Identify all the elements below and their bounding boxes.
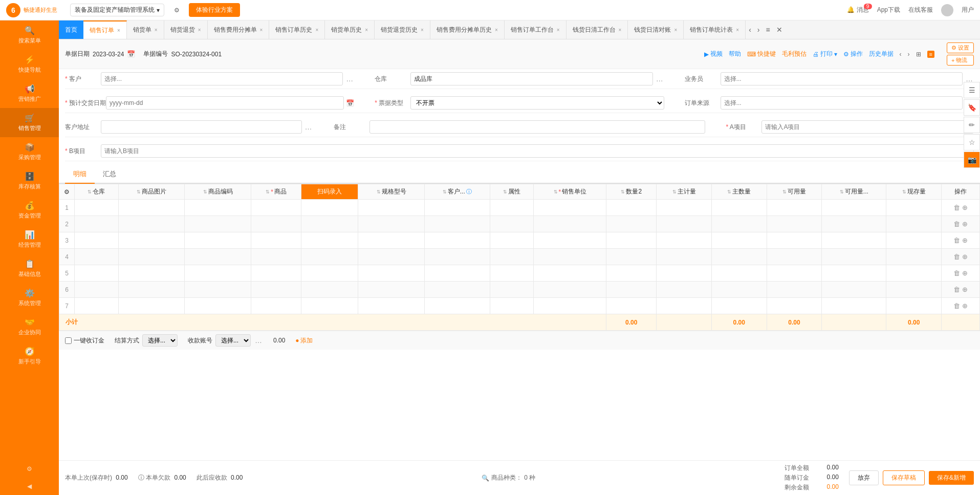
- calendar-icon[interactable]: 📅: [127, 50, 135, 58]
- close-icon[interactable]: ×: [315, 27, 318, 33]
- delete-icon[interactable]: 🗑: [953, 286, 960, 293]
- sidebar-settings-btn[interactable]: ⚙: [0, 460, 59, 478]
- order-source-input[interactable]: [721, 96, 963, 110]
- delete-icon[interactable]: 🗑: [953, 253, 960, 261]
- tab-summary[interactable]: 汇总: [95, 165, 124, 183]
- sidebar-collapse-btn[interactable]: ◀: [0, 478, 59, 495]
- customer-more-btn[interactable]: …: [345, 75, 354, 83]
- tab-cash-clear-workbench[interactable]: 钱货日清工作台 ×: [567, 20, 628, 39]
- customer-addr-input[interactable]: [101, 120, 302, 134]
- a-project-input[interactable]: [761, 120, 974, 134]
- tab-sales-workbench[interactable]: 销售订单工作台 ×: [505, 20, 567, 39]
- close-icon[interactable]: ×: [619, 27, 622, 33]
- side-action-5[interactable]: 📷: [964, 152, 980, 168]
- user-name[interactable]: 用户: [962, 6, 974, 14]
- list-view-icon[interactable]: ≡: [927, 51, 934, 58]
- save-draft-button[interactable]: 保存草稿: [883, 470, 925, 485]
- delete-icon[interactable]: 🗑: [953, 269, 960, 277]
- delete-icon[interactable]: 🗑: [953, 236, 960, 244]
- sidebar-item-system[interactable]: ⚙️ 系统管理: [0, 283, 59, 312]
- tab-sales-return[interactable]: 销货单 ×: [127, 20, 164, 39]
- tab-home[interactable]: 首页: [59, 20, 83, 39]
- settings-icon[interactable]: ⚙: [169, 3, 184, 17]
- quick-payment-checkbox[interactable]: [65, 337, 72, 344]
- invoice-type-select[interactable]: 不开票 增值税普通发票 增值税专用发票: [410, 96, 664, 110]
- logistics-btn[interactable]: + 物流: [947, 55, 974, 66]
- shortcut-link[interactable]: ⌨ 快捷键: [747, 50, 776, 58]
- quick-payment-label[interactable]: 一键收订金: [65, 336, 104, 345]
- sidebar-item-marketing[interactable]: 📢 营销推广: [0, 79, 59, 108]
- sidebar-item-finance[interactable]: 💰 资金管理: [0, 196, 59, 225]
- close-icon[interactable]: ×: [736, 27, 739, 33]
- copy-icon[interactable]: ⊕: [962, 204, 968, 211]
- nav-prev-icon[interactable]: ‹: [900, 51, 902, 58]
- b-project-input[interactable]: [101, 144, 974, 158]
- help-link[interactable]: 帮助: [729, 50, 741, 58]
- warehouse-more-btn[interactable]: …: [655, 75, 664, 83]
- app-download-link[interactable]: App下载: [877, 6, 900, 14]
- operations-link[interactable]: ⚙ 操作: [843, 50, 863, 58]
- close-icon[interactable]: ×: [495, 27, 498, 33]
- system-selector[interactable]: 装备及固定资产辅助管理系统 ▾: [70, 4, 164, 16]
- add-link[interactable]: ● 添加: [295, 336, 312, 345]
- sidebar-item-enterprise[interactable]: 🤝 企业协同: [0, 312, 59, 341]
- tab-detail[interactable]: 明细: [65, 165, 95, 183]
- online-service-link[interactable]: 在线客服: [908, 6, 933, 14]
- staff-input[interactable]: [721, 72, 963, 85]
- grid-view-icon[interactable]: ⊞: [916, 51, 921, 58]
- customer-addr-more-btn[interactable]: …: [304, 123, 313, 131]
- tab-sales-fee-split[interactable]: 销售费用分摊单 ×: [208, 20, 270, 39]
- receipt-no-select[interactable]: 选择...: [215, 334, 251, 347]
- setup-btn[interactable]: ⚙ 设置: [947, 42, 974, 53]
- print-link[interactable]: 🖨 打印 ▾: [813, 50, 837, 58]
- receipt-more-btn[interactable]: …: [254, 336, 263, 345]
- copy-icon[interactable]: ⊕: [962, 220, 968, 228]
- tab-sales-order-history[interactable]: 销售订单历史 ×: [269, 20, 325, 39]
- delivery-date-input[interactable]: [106, 96, 344, 110]
- tab-sales-stats[interactable]: 销售订单统计表 ×: [684, 20, 746, 39]
- copy-icon[interactable]: ⊕: [962, 302, 968, 310]
- tab-sales-refund-history[interactable]: 销货退货历史 ×: [375, 20, 430, 39]
- industry-btn[interactable]: 体验行业方案: [189, 3, 240, 17]
- close-icon[interactable]: ×: [260, 27, 263, 33]
- delete-icon[interactable]: 🗑: [953, 204, 960, 211]
- table-settings-icon[interactable]: ⚙: [64, 188, 70, 196]
- tab-next-btn[interactable]: ›: [754, 20, 763, 39]
- tab-close-all-btn[interactable]: ✕: [773, 20, 786, 39]
- tab-cash-reconcile[interactable]: 钱货日清对账 ×: [628, 20, 684, 39]
- tab-sales-fee-split-history[interactable]: 销售费用分摊单历史 ×: [430, 20, 505, 39]
- close-icon[interactable]: ×: [421, 27, 424, 33]
- tab-menu-btn[interactable]: ≡: [763, 20, 773, 39]
- discard-button[interactable]: 放弃: [849, 470, 879, 485]
- close-icon[interactable]: ×: [198, 27, 201, 33]
- copy-icon[interactable]: ⊕: [962, 253, 968, 261]
- delivery-calendar-icon[interactable]: 📅: [346, 99, 354, 107]
- sidebar-item-operations[interactable]: 📊 经营管理: [0, 225, 59, 254]
- profit-link[interactable]: 毛利预估: [782, 50, 807, 58]
- warehouse-input[interactable]: [410, 72, 652, 85]
- tab-sales-return-history[interactable]: 销货单历史 ×: [325, 20, 375, 39]
- th-settings[interactable]: ⚙: [59, 184, 75, 200]
- side-action-3[interactable]: ✏: [964, 117, 980, 133]
- close-icon[interactable]: ×: [155, 27, 158, 33]
- sidebar-item-purchase[interactable]: 📦 采购管理: [0, 137, 59, 166]
- history-link[interactable]: 历史单据: [869, 50, 894, 58]
- customer-input[interactable]: [101, 72, 343, 85]
- side-action-1[interactable]: ☰: [964, 82, 980, 98]
- copy-icon[interactable]: ⊕: [962, 236, 968, 244]
- sidebar-item-inventory[interactable]: 🗄️ 库存核算: [0, 166, 59, 196]
- sidebar-item-quick-nav[interactable]: ⚡ 快捷导航: [0, 50, 59, 79]
- close-icon[interactable]: ×: [674, 27, 677, 33]
- view-link[interactable]: ▶ 视频: [704, 50, 723, 58]
- close-icon[interactable]: ×: [365, 27, 368, 33]
- copy-icon[interactable]: ⊕: [962, 269, 968, 277]
- tab-prev-btn[interactable]: ‹: [746, 20, 754, 39]
- th-scan[interactable]: 扫码录入: [301, 184, 358, 200]
- tab-sales-refund[interactable]: 销货退货 ×: [164, 20, 208, 39]
- delete-icon[interactable]: 🗑: [953, 220, 960, 228]
- payment-method-select[interactable]: 选择...: [142, 334, 178, 347]
- side-action-4[interactable]: ☆: [964, 134, 980, 150]
- sidebar-item-guide[interactable]: 🧭 新手引导: [0, 341, 59, 371]
- copy-icon[interactable]: ⊕: [962, 286, 968, 293]
- save-new-button[interactable]: 保存&新增: [929, 471, 974, 485]
